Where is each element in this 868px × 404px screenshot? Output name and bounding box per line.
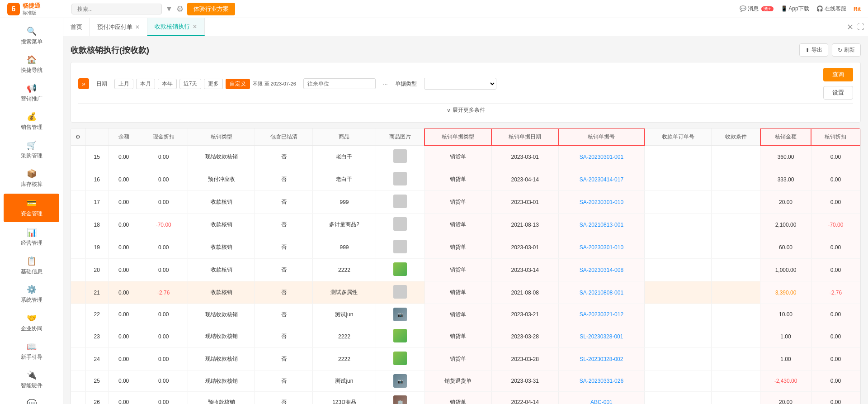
cell-verify-voucher-no[interactable]: SL-20230328-002 xyxy=(558,348,644,371)
tab-home[interactable]: 首页 xyxy=(63,18,90,36)
sidebar-item-finance[interactable]: 💳 资金管理 xyxy=(4,194,59,222)
voucher-no-link[interactable]: SA-20230321-012 xyxy=(580,311,623,318)
sidebar-item-wechat-biz[interactable]: 💬 企业微信 xyxy=(0,394,63,404)
table-row[interactable]: 15 0.00 0.00 现结收款核销 否 老白干 销货单 2023-03-01… xyxy=(71,146,860,168)
cell-verify-amount: 3,390.00 xyxy=(760,281,811,304)
table-row[interactable]: 16 0.00 0.00 预付冲应收 否 老白干 销货单 2023-04-14 … xyxy=(71,168,860,191)
sidebar-item-quick-nav[interactable]: 🏠 快捷导航 xyxy=(0,50,63,79)
message-btn[interactable]: 💬 消息 99+ xyxy=(740,5,774,13)
search-btn[interactable]: 查询 xyxy=(823,68,853,81)
refresh-btn[interactable]: ↻ 刷新 xyxy=(832,43,861,57)
date-btn-last-month[interactable]: 上月 xyxy=(114,79,133,89)
table-row[interactable]: 22 0.00 0.00 现结收款核销 否 测试jun 📷 销货单 2023-0… xyxy=(71,304,860,325)
industry-solution-btn[interactable]: 体验行业方案 xyxy=(187,3,235,15)
cell-verify-voucher-no[interactable]: SA-20230301-001 xyxy=(558,146,644,168)
app-download-btn[interactable]: 📱 App下载 xyxy=(781,5,809,13)
date-btn-custom[interactable]: 自定义 xyxy=(226,79,250,89)
col-verify-amount: 核销金额 xyxy=(760,128,811,146)
cell-verify-voucher-no[interactable]: ABC-001 xyxy=(558,392,644,404)
sidebar-item-purchase[interactable]: 🛒 采购管理 xyxy=(0,136,63,164)
cell-verify-voucher-no[interactable]: SA-20230414-017 xyxy=(558,168,644,191)
voucher-no-link[interactable]: SA-20230314-008 xyxy=(580,267,623,273)
date-btn-7days[interactable]: 近7天 xyxy=(179,79,202,89)
col-verify-voucher-date: 核销单据日期 xyxy=(491,128,558,146)
maximize-btn[interactable]: ⛶ xyxy=(857,23,864,31)
cell-seq: 21 xyxy=(85,281,108,304)
sidebar-item-base-info[interactable]: 📋 基础信息 xyxy=(0,252,63,280)
tab-receipt-exec-close[interactable]: ✕ xyxy=(193,24,197,30)
cell-verify-discount: 0.00 xyxy=(811,304,860,325)
expand-icon: ∨ xyxy=(447,107,451,114)
export-btn[interactable]: ⬆ 导出 xyxy=(799,43,828,57)
sidebar-item-biz[interactable]: 📊 经营管理 xyxy=(0,223,63,252)
cell-gear xyxy=(71,214,85,236)
expand-conditions[interactable]: ∨ 展开更多条件 xyxy=(78,103,853,117)
table-row[interactable]: 26 0.00 0.00 预收款核销 否 123D商品 🏢 销货单 2022-0… xyxy=(71,392,860,404)
cell-verify-type: 现结收款核销 xyxy=(188,325,255,348)
dropdown-icon[interactable]: ▼ xyxy=(165,5,173,13)
cell-verify-voucher-no[interactable]: SA-20230301-010 xyxy=(558,236,644,259)
voucher-no-link[interactable]: SA-20230331-026 xyxy=(580,378,623,384)
voucher-no-link[interactable]: SA-20210808-001 xyxy=(580,290,623,296)
settings-icon[interactable]: ⚙ xyxy=(176,4,184,14)
sidebar-item-sales[interactable]: 💰 销售管理 xyxy=(0,107,63,136)
col-gear[interactable]: ⚙ xyxy=(71,128,85,146)
table-row[interactable]: 20 0.00 0.00 收款核销 否 2222 销货单 2023-03-14 … xyxy=(71,259,860,281)
cell-verify-voucher-no[interactable]: SA-20230321-012 xyxy=(558,304,644,325)
dots-btn[interactable]: ··· xyxy=(383,81,388,87)
voucher-no-link[interactable]: SL-20230328-001 xyxy=(580,333,623,340)
cell-receipt-condition xyxy=(712,325,760,348)
setting-btn[interactable]: 设置 xyxy=(823,86,853,100)
date-btn-more[interactable]: 更多 xyxy=(204,79,223,89)
cell-goods: 老白干 xyxy=(313,146,376,168)
cell-verify-voucher-no[interactable]: SA-20230314-008 xyxy=(558,259,644,281)
table-row[interactable]: 23 0.00 0.00 现结收款核销 否 2222 销货单 2023-03-2… xyxy=(71,325,860,348)
sidebar-item-enterprise[interactable]: 🤝 企业协同 xyxy=(0,309,63,337)
cell-included-settled: 否 xyxy=(255,392,313,404)
sidebar-item-search-menu[interactable]: 🔍 搜索菜单 xyxy=(0,22,63,50)
voucher-no-link[interactable]: SA-20230301-010 xyxy=(580,199,623,205)
user-name[interactable]: Rit xyxy=(854,6,861,12)
tab-prepay[interactable]: 预付冲应付单 ✕ xyxy=(90,18,147,36)
tab-prepay-close[interactable]: ✕ xyxy=(135,24,140,30)
table-row[interactable]: 17 0.00 0.00 收款核销 否 999 销货单 2023-03-01 S… xyxy=(71,191,860,214)
date-btn-this-month[interactable]: 本月 xyxy=(136,79,155,89)
partner-input[interactable] xyxy=(303,78,376,89)
cell-verify-voucher-type: 销货单 xyxy=(425,304,491,325)
sidebar-item-sys-mgmt[interactable]: ⚙️ 系统管理 xyxy=(0,280,63,309)
cell-verify-type: 现结收款核销 xyxy=(188,348,255,371)
voucher-no-link[interactable]: ABC-001 xyxy=(590,399,613,404)
table-row[interactable]: 19 0.00 0.00 收款核销 否 999 销货单 2023-03-01 S… xyxy=(71,236,860,259)
table-row[interactable]: 18 0.00 -70.00 收款核销 否 多计量商品2 销货单 2021-08… xyxy=(71,214,860,236)
voucher-no-link[interactable]: SA-20230414-017 xyxy=(580,176,623,183)
online-service-btn[interactable]: 🎧 在线客服 xyxy=(816,5,846,13)
sidebar-item-smart-hw[interactable]: 🔌 智能硬件 xyxy=(0,366,63,394)
sidebar-item-marketing[interactable]: 📢 营销推广 xyxy=(0,79,63,107)
tab-bar: 首页 预付冲应付单 ✕ 收款核销执行 ✕ ✕ ⛶ xyxy=(63,18,868,36)
search-icon: 🔍 xyxy=(27,26,37,36)
cell-verify-voucher-date: 2021-08-08 xyxy=(491,281,558,304)
cell-verify-voucher-no[interactable]: SA-20210813-001 xyxy=(558,214,644,236)
cell-verify-discount: -2.76 xyxy=(811,281,860,304)
tab-receipt-exec[interactable]: 收款核销执行 ✕ xyxy=(147,18,205,36)
cell-verify-voucher-no[interactable]: SL-20230328-001 xyxy=(558,325,644,348)
table-row[interactable]: 24 0.00 0.00 现结收款核销 否 2222 销货单 2023-03-2… xyxy=(71,348,860,371)
sidebar-item-inventory[interactable]: 📦 库存核算 xyxy=(0,164,63,193)
voucher-no-link[interactable]: SA-20230301-010 xyxy=(580,244,623,251)
cell-verify-voucher-no[interactable]: SA-20210808-001 xyxy=(558,281,644,304)
voucher-type-select[interactable] xyxy=(424,78,496,90)
voucher-no-link[interactable]: SL-20230328-002 xyxy=(580,356,623,362)
voucher-no-link[interactable]: SA-20230301-001 xyxy=(580,154,623,160)
voucher-no-link[interactable]: SA-20210813-001 xyxy=(580,222,623,228)
top-search-input[interactable] xyxy=(71,4,162,14)
cell-included-settled: 否 xyxy=(255,259,313,281)
cell-verify-type: 收款核销 xyxy=(188,191,255,214)
close-window-btn[interactable]: ✕ xyxy=(847,22,854,32)
date-btn-this-year[interactable]: 本年 xyxy=(158,79,177,89)
table-row[interactable]: 25 0.00 0.00 现结收款核销 否 测试jun 📷 销货退货单 2023… xyxy=(71,371,860,392)
sidebar-item-beginner[interactable]: 📖 新手引导 xyxy=(0,337,63,366)
cell-verify-voucher-no[interactable]: SA-20230301-010 xyxy=(558,191,644,214)
filter-expand-btn[interactable]: » xyxy=(78,78,89,89)
table-row[interactable]: 21 0.00 -2.76 收款核销 否 测试多属性 销货单 2021-08-0… xyxy=(71,281,860,304)
cell-verify-voucher-no[interactable]: SA-20230331-026 xyxy=(558,371,644,392)
